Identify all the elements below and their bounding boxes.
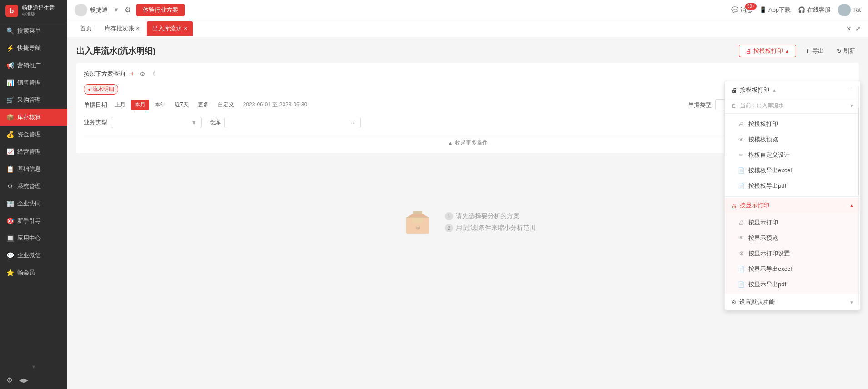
date-btn-7days[interactable]: 近7天 xyxy=(171,100,192,110)
filter-warehouse-select[interactable]: ··· xyxy=(224,117,361,128)
tab-home-label: 首页 xyxy=(80,25,92,33)
print-dropdown-panel: 🖨 按模板打印 ▲ ··· 🗒 当前：出入库流水 ▼ 🖨 按模板打印 xyxy=(724,81,861,310)
empty-tip-1: 1 请先选择要分析的方案 xyxy=(445,212,519,220)
dp-item-template-preview[interactable]: 👁 按模板预览 xyxy=(725,132,860,147)
filter-biz-type-select[interactable]: ▼ xyxy=(111,117,202,128)
dp-footer-left: ⚙ 设置默认功能 xyxy=(731,298,775,306)
filter-add-icon[interactable]: ＋ xyxy=(129,69,136,79)
app-download-button[interactable]: 📱 App下载 xyxy=(759,6,791,14)
footer-settings-icon[interactable]: ⚙ xyxy=(6,376,13,384)
empty-state-tips: 1 请先选择要分析的方案 2 用[过滤]条件来缩小分析范围 xyxy=(445,212,536,232)
filter-collapse-icon[interactable]: 《 xyxy=(149,70,155,78)
sidebar-item-system[interactable]: ⚙ 系统管理 xyxy=(0,178,67,195)
sidebar-item-apps[interactable]: 🔲 应用中心 xyxy=(0,229,67,247)
empty-tip-2: 2 用[过滤]条件来缩小分析范围 xyxy=(445,224,536,232)
sidebar-item-shortcut[interactable]: ⚡ 快捷导航 xyxy=(0,40,67,57)
export-button[interactable]: ⬆ 导出 xyxy=(802,45,828,57)
sidebar-item-search[interactable]: 🔍 搜索菜单 xyxy=(0,22,67,40)
sidebar-item-label: 库存核算 xyxy=(17,113,41,121)
sidebar-item-operations[interactable]: 📈 经营管理 xyxy=(0,143,67,160)
page-actions: 🖨 按模板打印 ▲ ⬆ 导出 ↻ 刷新 xyxy=(739,45,859,57)
dp-template-design-label: 模板自定义设计 xyxy=(748,151,790,159)
sidebar-item-inventory[interactable]: 📦 库存核算 xyxy=(0,109,67,126)
sidebar-item-purchase[interactable]: 🛒 采购管理 xyxy=(0,91,67,109)
dp-item-display-pdf[interactable]: 📄 按显示导出pdf xyxy=(725,277,860,292)
filter-warehouse-field: 仓库 ··· xyxy=(209,117,361,128)
dp-scrollbar[interactable] xyxy=(858,86,859,305)
dp-divider-1 xyxy=(725,113,860,114)
dp-display-group-header[interactable]: 🖨 按显示打印 ▲ xyxy=(725,198,860,213)
tab-home[interactable]: 首页 xyxy=(75,21,97,36)
sidebar-scroll-down[interactable]: ▼ xyxy=(0,362,67,371)
dp-item-display-print[interactable]: 🖨 按显示打印 xyxy=(725,215,860,230)
biz-type-dropdown-icon: ▼ xyxy=(191,119,197,126)
tab-batch-label: 库存批次账 xyxy=(105,25,134,33)
tab-close-icon[interactable]: ✕ xyxy=(846,25,852,32)
sidebar-item-enterprise[interactable]: 🏢 企业协同 xyxy=(0,195,67,212)
messages-button[interactable]: 💬 消息 99+ xyxy=(731,6,752,14)
tab-flow-close[interactable]: ✕ xyxy=(184,26,187,31)
date-btn-last-month[interactable]: 上月 xyxy=(111,100,129,110)
sidebar-item-label: 快捷导航 xyxy=(17,44,41,52)
sidebar-item-label: 采购管理 xyxy=(17,96,41,104)
date-btn-this-month[interactable]: 本月 xyxy=(131,100,149,110)
sidebar-item-finance[interactable]: 💰 资金管理 xyxy=(0,126,67,143)
date-btn-custom[interactable]: 自定义 xyxy=(214,100,238,110)
refresh-button[interactable]: ↻ 刷新 xyxy=(833,45,859,57)
sidebar-nav: 🔍 搜索菜单 ⚡ 快捷导航 📢 营销推广 📊 销售管理 🛒 采购管理 📦 库存核… xyxy=(0,22,67,362)
sidebar-item-marketing[interactable]: 📢 营销推广 xyxy=(0,57,67,74)
filter-date-label: 单据日期 xyxy=(84,101,107,109)
footer-collapse-icon[interactable]: ◀▶ xyxy=(19,377,28,384)
tab-batch-close[interactable]: ✕ xyxy=(136,26,140,31)
dp-item-display-settings[interactable]: ⚙ 按显示打印设置 xyxy=(725,246,860,261)
tip-text-1: 请先选择要分析的方案 xyxy=(456,212,519,220)
sales-icon: 📊 xyxy=(6,79,14,86)
page-content: 出入库流水(流水明细) 🖨 按模板打印 ▲ ⬆ 导出 ↻ 刷新 xyxy=(67,37,868,389)
print-icon: 🖨 xyxy=(746,48,752,55)
sidebar-item-member[interactable]: ⭐ 畅会员 xyxy=(0,264,67,281)
tab-flow-label: 出入库流水 xyxy=(152,25,182,33)
dp-display-group-label: 按显示打印 xyxy=(740,201,769,209)
dp-sub-text: 当前：出入库流水 xyxy=(740,102,784,110)
dp-item-display-excel[interactable]: 📄 按显示导出excel xyxy=(725,261,860,277)
warehouse-more-icon[interactable]: ··· xyxy=(351,119,356,126)
messages-badge: 99+ xyxy=(745,3,757,10)
dp-template-print-label: 按模板打印 xyxy=(748,120,778,128)
tab-batch[interactable]: 库存批次账 ✕ xyxy=(99,21,145,36)
topbar-user-info[interactable]: Rit xyxy=(838,4,861,16)
dp-item-template-design[interactable]: ✏ 模板自定义设计 xyxy=(725,147,860,163)
sidebar-item-sales[interactable]: 📊 销售管理 xyxy=(0,74,67,91)
dp-footer[interactable]: ⚙ 设置默认功能 ▼ xyxy=(725,294,860,310)
dp-template-design-icon: ✏ xyxy=(738,151,745,159)
dp-more-icon[interactable]: ··· xyxy=(848,86,854,94)
date-btn-more[interactable]: 更多 xyxy=(194,100,212,110)
filter-doc-type-label: 单据类型 xyxy=(688,101,712,109)
sidebar-item-label: 应用中心 xyxy=(17,234,41,242)
dp-item-template-print[interactable]: 🖨 按模板打印 xyxy=(725,116,860,132)
message-icon: 💬 xyxy=(731,6,738,13)
sidebar-item-wechat[interactable]: 💬 企业微信 xyxy=(0,247,67,264)
sidebar-item-guide[interactable]: 🎯 新手引导 xyxy=(0,212,67,229)
topbar-gear-icon[interactable]: ⚙ xyxy=(125,5,131,14)
service-icon: 🎧 xyxy=(798,6,805,13)
sidebar-item-label: 企业协同 xyxy=(17,199,41,208)
date-btn-this-year[interactable]: 本年 xyxy=(151,100,169,110)
online-service-button[interactable]: 🎧 在线客服 xyxy=(798,6,831,14)
filter-tag-label: 流水明细 xyxy=(92,85,114,93)
print-template-button[interactable]: 🖨 按模板打印 ▲ xyxy=(739,45,796,57)
tab-flow[interactable]: 出入库流水 ✕ xyxy=(147,21,193,36)
dp-display-pdf-icon: 📄 xyxy=(738,281,745,288)
dp-item-template-excel[interactable]: 📄 按模板导出excel xyxy=(725,163,860,178)
dp-item-display-preview[interactable]: 👁 按显示预览 xyxy=(725,230,860,246)
refresh-label: 刷新 xyxy=(843,47,855,55)
collapse-filter-button[interactable]: ▲ 收起更多条件 xyxy=(448,139,488,147)
topbar-dropdown-icon[interactable]: ▼ xyxy=(113,6,119,13)
sidebar-item-basic[interactable]: 📋 基础信息 xyxy=(0,160,67,178)
dp-item-template-pdf[interactable]: 📄 按模板导出pdf xyxy=(725,178,860,194)
collapse-up-icon: ▲ xyxy=(448,140,453,146)
dp-display-excel-label: 按显示导出excel xyxy=(748,265,792,273)
industry-button[interactable]: 体验行业方案 xyxy=(136,4,185,16)
filter-date-field: 单据日期 上月 本月 本年 近7天 更多 自定义 2023-06-01 至 20… xyxy=(84,100,307,110)
tab-expand-icon[interactable]: ⤢ xyxy=(855,25,861,32)
filter-settings-icon[interactable]: ⚙ xyxy=(140,70,145,78)
